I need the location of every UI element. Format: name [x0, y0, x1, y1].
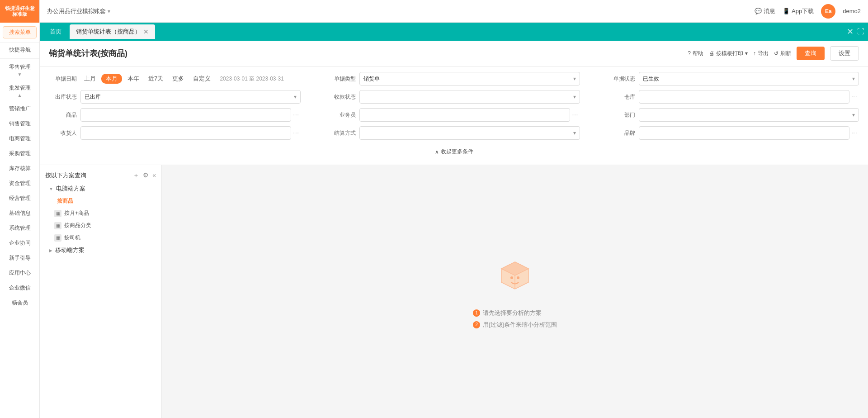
date-btn-custom[interactable]: 自定义	[189, 74, 214, 84]
tree-child-by-goods: 按商品 ▦ 按月+商品 ▦ 按商品分类 ▦ 按司机	[40, 195, 161, 244]
date-btn-7days[interactable]: 近7天	[145, 74, 167, 84]
add-scheme-icon[interactable]: ＋	[133, 171, 139, 180]
sidebar-item-basic[interactable]: 基础信息	[0, 206, 39, 221]
outbound-select-arrow: ▾	[294, 94, 297, 100]
dept-select[interactable]: ▾	[639, 108, 859, 122]
tab-home[interactable]: 首页	[43, 24, 68, 39]
message-button[interactable]: 💬 消息	[755, 7, 775, 15]
warehouse-select[interactable]	[639, 90, 849, 104]
export-button[interactable]: ↑ 导出	[753, 50, 769, 57]
sidebar: 畅捷通好生意 标准版 搜索菜单 快捷导航 零售管理 ▼ 批发管理 ▲ 营销推广 …	[0, 0, 40, 418]
sidebar-item-system[interactable]: 系统管理	[0, 221, 39, 236]
type-label: 单据类型	[328, 75, 359, 83]
help-button[interactable]: ? 帮助	[688, 50, 703, 57]
chevron-down-icon: ▾	[108, 8, 110, 14]
tree-desktop-root[interactable]: ▼ 电脑端方案	[40, 182, 161, 195]
goods-dots[interactable]: ···	[291, 111, 301, 119]
divider1	[0, 58, 39, 59]
tree-desktop-label: 电脑端方案	[56, 185, 85, 193]
sidebar-item-member[interactable]: 畅会员	[0, 295, 39, 310]
breadcrumb-selector[interactable]: 办公用品行业模拟账套 ▾	[47, 7, 110, 15]
filter-row-3: 商品 ··· 业务员 ··· 部门	[49, 108, 859, 122]
date-btn-this-year[interactable]: 本年	[124, 74, 143, 84]
query-button[interactable]: 查询	[797, 47, 825, 60]
type-select-arrow: ▾	[573, 76, 576, 82]
date-control: 上月 本月 本年 近7天 更多 自定义 2023-03-01 至 2023-03…	[80, 74, 301, 84]
status-select[interactable]: 已生效 ▾	[639, 72, 859, 86]
sidebar-item-wholesale[interactable]: 批发管理 ▲	[0, 81, 39, 101]
brand-select[interactable]	[639, 126, 849, 140]
dept-select-arrow: ▾	[852, 112, 855, 118]
collapse-row[interactable]: ∧ 收起更多条件	[49, 144, 859, 159]
date-label: 单据日期	[49, 75, 80, 83]
salesman-control: ···	[359, 108, 580, 122]
sidebar-item-label: 电商管理	[9, 135, 31, 142]
sidebar-item-operations[interactable]: 经营管理	[0, 191, 39, 206]
date-btn-this-month[interactable]: 本月	[101, 74, 122, 84]
sidebar-item-app-center[interactable]: 应用中心	[0, 266, 39, 280]
message-icon: 💬	[755, 8, 762, 14]
tree-item-by-machine-label: 按司机	[64, 234, 80, 242]
sidebar-item-marketing[interactable]: 营销推广	[0, 101, 39, 116]
tree-item-by-goods[interactable]: 按商品	[54, 195, 161, 207]
user-avatar[interactable]: Ea	[821, 4, 835, 19]
close-window-icon[interactable]: ✕	[847, 27, 854, 37]
setting-button[interactable]: 设置	[830, 46, 859, 61]
collapse-label: 收起更多条件	[441, 148, 473, 156]
brand-label: 品牌	[607, 129, 639, 137]
sidebar-item-purchase[interactable]: 采购管理	[0, 146, 39, 161]
tab-sales-stat[interactable]: 销货单统计表（按商品） ✕	[70, 24, 155, 39]
sidebar-item-wechat[interactable]: 企业微信	[0, 280, 39, 295]
sidebar-item-retail[interactable]: 零售管理 ▼	[0, 60, 39, 81]
sidebar-item-stock[interactable]: 库存核算	[0, 161, 39, 176]
sidebar-item-label: 企业协同	[9, 239, 31, 247]
brand-dots[interactable]: ···	[849, 129, 859, 137]
print-button[interactable]: 🖨 按模板打印 ▾	[709, 50, 748, 57]
receiver-select[interactable]	[80, 126, 291, 140]
receiver-dots[interactable]: ···	[291, 129, 301, 137]
type-select[interactable]: 销货单 ▾	[359, 72, 580, 86]
warehouse-dots[interactable]: ···	[849, 93, 859, 101]
tree-item-by-month-goods[interactable]: ▦ 按月+商品	[54, 207, 161, 219]
goods-control: ···	[80, 108, 301, 122]
outbound-select[interactable]: 已出库 ▾	[80, 90, 301, 104]
salesman-dots[interactable]: ···	[570, 111, 580, 119]
search-menu-button[interactable]: 搜索菜单	[3, 26, 37, 38]
app-download-button[interactable]: 📱 App下载	[783, 7, 814, 15]
sidebar-item-enterprise[interactable]: 企业协同	[0, 236, 39, 251]
app-download-label: App下载	[792, 7, 814, 15]
empty-state: 1 请先选择要分析的方案 2 用[过滤]条件来缩小分析范围	[162, 165, 868, 418]
empty-hint1: 1 请先选择要分析的方案	[473, 307, 557, 319]
payment-select[interactable]: ▾	[359, 90, 580, 104]
empty-hint2: 2 用[过滤]条件来缩小分析范围	[473, 319, 557, 331]
sidebar-item-quick-nav[interactable]: 快捷导航	[0, 43, 39, 57]
date-btn-last-month[interactable]: 上月	[80, 74, 99, 84]
tree-item-by-category[interactable]: ▦ 按商品分类	[54, 219, 161, 232]
tab-bar: 首页 销货单统计表（按商品） ✕ ✕ ⛶	[40, 23, 868, 41]
user-name[interactable]: demo2	[843, 8, 861, 14]
sidebar-item-newbie[interactable]: 新手引导	[0, 251, 39, 266]
goods-select[interactable]	[80, 108, 291, 122]
settings-scheme-icon[interactable]: ⚙	[143, 171, 149, 180]
settlement-control: ▾	[359, 126, 580, 140]
refresh-button[interactable]: ↺ 刷新	[774, 50, 791, 57]
tree-item-by-goods-label: 按商品	[57, 197, 73, 205]
settlement-select[interactable]: ▾	[359, 126, 580, 140]
tab-close-icon[interactable]: ✕	[143, 28, 149, 35]
type-control: 销货单 ▾	[359, 72, 580, 86]
date-btn-more[interactable]: 更多	[169, 74, 188, 84]
tree-mobile-root[interactable]: ▶ 移动端方案	[40, 244, 161, 256]
sidebar-item-label: 企业微信	[9, 284, 31, 292]
dept-control: ▾	[639, 108, 859, 122]
salesman-select[interactable]	[359, 108, 570, 122]
maximize-icon[interactable]: ⛶	[857, 28, 864, 36]
tree-item-by-machine[interactable]: ▦ 按司机	[54, 232, 161, 244]
receiver-label: 收货人	[49, 129, 80, 137]
print-label: 按模板打印	[716, 50, 743, 57]
sidebar-item-sales[interactable]: 销售管理	[0, 116, 39, 131]
sidebar-item-finance[interactable]: 资金管理	[0, 176, 39, 191]
sidebar-item-ecommerce[interactable]: 电商管理	[0, 131, 39, 146]
export-label: 导出	[758, 50, 769, 57]
collapse-panel-icon[interactable]: «	[152, 171, 156, 180]
status-value: 已生效	[643, 75, 659, 83]
